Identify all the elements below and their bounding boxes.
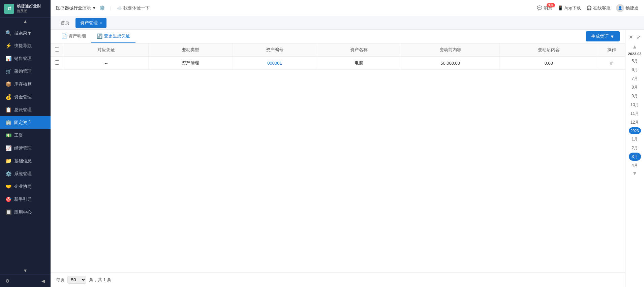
- main-content: 医疗器械行业演示 ▾ ⚙️ | ☁️ 我要体验一下 💬 消息 99+ 📱 App…: [51, 0, 644, 287]
- row-asset-name-0: 电脑: [317, 57, 401, 70]
- sidebar-item-basic-info[interactable]: 📁 基础信息: [0, 155, 51, 167]
- phone-icon: 📱: [558, 5, 563, 10]
- timeline-month-3[interactable]: 3月: [629, 153, 641, 161]
- timeline-month-1[interactable]: 1月: [629, 135, 641, 143]
- sidebar-logo: 财 畅捷通好业财 普及版: [0, 0, 51, 18]
- sidebar-footer: ⚙ ◀: [0, 275, 51, 287]
- timeline-scroll-down[interactable]: ▼: [632, 170, 638, 177]
- th-asset-code: 资产编号: [233, 43, 317, 57]
- app-download-button[interactable]: 📱 App下载: [558, 5, 581, 11]
- page-size-select[interactable]: 10 20 50 100: [67, 276, 86, 284]
- panel-close-button[interactable]: ✕: [628, 34, 634, 40]
- timeline-month-9[interactable]: 9月: [629, 92, 641, 100]
- th-action: 操作: [598, 43, 625, 57]
- purchase-icon: 🛒: [5, 68, 11, 74]
- sidebar-scroll-up[interactable]: ▲: [0, 18, 51, 25]
- th-asset-name: 资产名称: [317, 43, 401, 57]
- timeline-month-2[interactable]: 2月: [629, 144, 641, 152]
- collapse-icon[interactable]: ◀: [41, 278, 45, 284]
- tab-change-voucher[interactable]: 🔄 变更生成凭证: [91, 30, 135, 43]
- operations-icon: 📈: [5, 145, 11, 151]
- th-voucher: 对应凭证: [64, 43, 148, 57]
- th-after-change: 变动后内容: [499, 43, 598, 57]
- sidebar-item-quick-nav[interactable]: ⚡ 快捷导航: [0, 39, 51, 52]
- sidebar-item-label-system: 系统管理: [14, 171, 32, 177]
- sidebar-item-search[interactable]: 🔍 搜索菜单: [0, 27, 51, 39]
- messages-button[interactable]: 💬 消息 99+: [537, 5, 552, 11]
- delete-icon-0[interactable]: 🗑: [609, 60, 614, 66]
- timeline-month-10[interactable]: 10月: [629, 101, 641, 109]
- username: 畅捷通: [625, 5, 639, 11]
- support-button[interactable]: 🎧 在线客服: [586, 5, 611, 11]
- timeline-month-12[interactable]: 12月: [629, 118, 641, 126]
- th-change-type: 变动类型: [148, 43, 233, 57]
- panel-expand-button[interactable]: ⤢: [636, 34, 641, 40]
- sidebar-item-enterprise[interactable]: 🤝 企业协同: [0, 180, 51, 193]
- payroll-icon: 💵: [5, 132, 11, 138]
- app-download-label: App下载: [564, 5, 581, 11]
- timeline-month-6[interactable]: 6月: [629, 66, 641, 74]
- company-selector[interactable]: 医疗器械行业演示 ▾: [56, 5, 95, 11]
- settings-gear-icon[interactable]: ⚙️: [99, 5, 105, 10]
- timeline-current-year[interactable]: 2023: [629, 127, 641, 134]
- sidebar-item-apps[interactable]: 🔲 应用中心: [0, 206, 51, 219]
- system-icon: ⚙️: [5, 171, 11, 177]
- generate-btn-label: 生成凭证: [591, 33, 609, 39]
- sidebar-item-inventory[interactable]: 📦 库存核算: [0, 78, 51, 91]
- sidebar-item-label-apps: 应用中心: [14, 209, 32, 215]
- select-all-checkbox[interactable]: [55, 47, 59, 52]
- generate-voucher-button[interactable]: 生成凭证 ▼: [586, 31, 620, 41]
- right-panel: ✕ ⤢ ▲ 2023.03 5月 6月 7月 8月 9月 10月 11月 12月…: [625, 30, 644, 287]
- topbar-right: 💬 消息 99+ 📱 App下载 🎧 在线客服 👤 畅捷通: [537, 4, 639, 12]
- timeline-scroll-up[interactable]: ▲: [632, 43, 638, 51]
- row-checkbox-0[interactable]: [55, 60, 59, 65]
- sidebar-scroll-down[interactable]: ▼: [0, 267, 51, 275]
- message-icon: 💬: [537, 5, 542, 10]
- sidebar-item-sales[interactable]: 📊 销售管理: [0, 52, 51, 65]
- sidebar-item-label-basic-info: 基础信息: [14, 158, 32, 164]
- timeline-month-8[interactable]: 8月: [629, 83, 641, 91]
- tab-home[interactable]: 首页: [56, 18, 74, 28]
- sidebar-item-label-guide: 新手引导: [14, 196, 32, 202]
- sidebar-item-fixed-assets[interactable]: 🏢 固定资产: [0, 116, 51, 129]
- row-voucher-0: --: [64, 57, 148, 70]
- sidebar-item-finance[interactable]: 💰 资金管理: [0, 91, 51, 103]
- pagination-bar: 每页 10 20 50 100 条，共 1 条: [51, 272, 625, 287]
- finance-icon: 💰: [5, 94, 11, 100]
- tab-asset-list[interactable]: 📄 资产明细: [56, 30, 91, 43]
- sidebar-item-operations[interactable]: 📈 经营管理: [0, 142, 51, 155]
- cloud-icon: ☁️: [117, 5, 122, 10]
- inventory-icon: 📦: [5, 81, 11, 87]
- experience-link[interactable]: ☁️ 我要体验一下: [117, 5, 150, 11]
- timeline-month-5[interactable]: 5月: [629, 57, 641, 65]
- company-dropdown-icon: ▾: [93, 5, 95, 10]
- tab-asset-mgmt[interactable]: 资产管理 ×: [75, 18, 106, 28]
- sidebar-item-label-ledger: 总账管理: [14, 107, 32, 113]
- sidebar-item-label-finance: 资金管理: [14, 94, 32, 100]
- sidebar-item-label-search: 搜索菜单: [14, 30, 32, 36]
- sidebar-item-system[interactable]: ⚙️ 系统管理: [0, 167, 51, 180]
- data-table: 对应凭证 变动类型 资产编号 资产名称 变动前内容 变动后内容 操作 -- 资产…: [51, 43, 625, 70]
- user-menu[interactable]: 👤 畅捷通: [616, 4, 639, 12]
- sidebar-item-label-quick-nav: 快捷导航: [14, 43, 32, 49]
- quick-nav-icon: ⚡: [5, 43, 11, 49]
- sidebar-item-guide[interactable]: 🎯 新手引导: [0, 193, 51, 206]
- timeline-month-11[interactable]: 11月: [629, 109, 641, 118]
- tab-close-icon[interactable]: ×: [100, 21, 102, 25]
- sidebar-item-label-payroll: 工资: [14, 132, 23, 138]
- timeline-month-7[interactable]: 7月: [629, 74, 641, 83]
- row-after-change-0: 0.00: [499, 57, 598, 70]
- settings-icon[interactable]: ⚙: [5, 278, 10, 284]
- sidebar-item-purchase[interactable]: 🛒 采购管理: [0, 65, 51, 78]
- timeline-month-4[interactable]: 4月: [629, 161, 641, 169]
- app-name: 畅捷通好业财: [17, 4, 41, 9]
- guide-icon: 🎯: [5, 196, 11, 202]
- experience-text: 我要体验一下: [123, 5, 150, 11]
- table-header-row: 对应凭证 变动类型 资产编号 资产名称 变动前内容 变动后内容 操作: [51, 43, 625, 57]
- ledger-icon: 📋: [5, 107, 11, 113]
- sidebar-item-ledger[interactable]: 📋 总账管理: [0, 103, 51, 116]
- generate-btn-arrow: ▼: [610, 34, 614, 39]
- sidebar-item-payroll[interactable]: 💵 工资: [0, 129, 51, 142]
- sidebar-nav: 🔍 搜索菜单 ⚡ 快捷导航 📊 销售管理 🛒 采购管理 📦 库存核算 💰 资金管…: [0, 25, 51, 267]
- table-area: 对应凭证 变动类型 资产编号 资产名称 变动前内容 变动后内容 操作 -- 资产…: [51, 43, 625, 272]
